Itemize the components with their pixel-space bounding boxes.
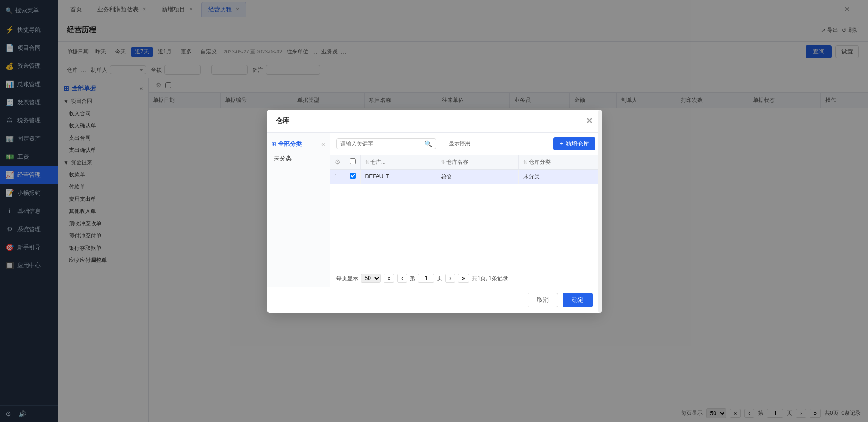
- th-warehouse-category: ⇅ 仓库分类: [519, 155, 601, 170]
- modal-search-box: 🔍: [336, 138, 436, 149]
- modal-last-page-btn[interactable]: »: [458, 274, 469, 283]
- modal-row-index: 1: [330, 169, 345, 184]
- modal-search-input[interactable]: [340, 141, 422, 147]
- modal-toolbar: 🔍 显示停用 + 新增仓库: [330, 133, 602, 155]
- modal-current-page-input[interactable]: [418, 274, 434, 283]
- modal-config-icon[interactable]: ⚙: [335, 158, 340, 165]
- modal-row-code: DEFAULT: [360, 169, 436, 184]
- modal-next-page-btn[interactable]: ›: [445, 274, 455, 283]
- th-modal-checkbox: [345, 155, 360, 170]
- modal-body: ⊞ 全部分类 « 未分类 🔍: [267, 133, 602, 287]
- modal-warehouse-table: ⚙ ⇅ 仓库... ⇅: [330, 155, 602, 184]
- modal-per-page-label: 每页显示: [336, 275, 358, 282]
- modal-row-checkbox[interactable]: [350, 173, 356, 179]
- modal-left-expand-icon: ⊞: [271, 141, 276, 147]
- modal-table-header-row: ⚙ ⇅ 仓库... ⇅: [330, 155, 602, 170]
- modal-row-checkbox-cell: [345, 169, 360, 184]
- sort-icon-cat: ⇅: [523, 160, 527, 165]
- th-warehouse-code: ⇅ 仓库...: [360, 155, 436, 170]
- modal-all-category-label[interactable]: 全部分类: [278, 140, 302, 148]
- modal-table-row[interactable]: 1 DEFAULT 总仓 未分类: [330, 169, 602, 184]
- modal-uncategorized-item[interactable]: 未分类: [267, 151, 330, 166]
- show-disabled-label: 显示停用: [441, 140, 470, 147]
- cancel-button[interactable]: 取消: [528, 293, 558, 307]
- modal-select-all-checkbox[interactable]: [350, 158, 356, 164]
- modal-prev-page-btn[interactable]: ‹: [397, 274, 407, 283]
- confirm-button[interactable]: 确定: [563, 293, 593, 307]
- add-warehouse-button[interactable]: + 新增仓库: [553, 137, 595, 150]
- modal-header: 仓库 ✕: [267, 110, 602, 133]
- add-warehouse-label: 新增仓库: [566, 140, 589, 148]
- add-warehouse-plus-icon: +: [560, 140, 563, 147]
- modal-title: 仓库: [276, 116, 289, 125]
- modal-pagination: 每页显示 50 « ‹ 第 页 › » 共1页, 1条记录: [330, 270, 602, 287]
- modal-search-icon: 🔍: [424, 140, 432, 147]
- show-disabled-text: 显示停用: [449, 140, 470, 147]
- modal-overlay: 仓库 ✕ ⊞ 全部分类 « 未分类: [0, 0, 868, 422]
- modal-per-page-select[interactable]: 50: [361, 274, 381, 283]
- modal-table-area: ⚙ ⇅ 仓库... ⇅: [330, 155, 602, 270]
- modal-page-label: 页: [437, 275, 442, 282]
- th-warehouse-name: ⇅ 仓库名称: [436, 155, 519, 170]
- show-disabled-checkbox[interactable]: [441, 141, 446, 146]
- warehouse-modal: 仓库 ✕ ⊞ 全部分类 « 未分类: [267, 110, 602, 313]
- sort-icon-code: ⇅: [365, 160, 369, 165]
- modal-first-page-btn[interactable]: «: [384, 274, 395, 283]
- modal-close-btn[interactable]: ✕: [586, 116, 593, 126]
- modal-row-category: 未分类: [519, 169, 601, 184]
- th-modal-config: ⚙: [330, 155, 345, 170]
- modal-page-word: 第: [410, 275, 415, 282]
- sort-icon-name: ⇅: [441, 160, 445, 165]
- modal-left-panel: ⊞ 全部分类 « 未分类: [267, 133, 330, 287]
- modal-left-collapse-btn[interactable]: «: [321, 141, 325, 147]
- modal-total-label: 共1页, 1条记录: [472, 275, 508, 282]
- modal-uncategorized-label: 未分类: [274, 155, 292, 163]
- modal-right-panel: 🔍 显示停用 + 新增仓库: [330, 133, 602, 287]
- modal-footer: 取消 确定: [267, 287, 602, 313]
- modal-row-name: 总仓: [436, 169, 519, 184]
